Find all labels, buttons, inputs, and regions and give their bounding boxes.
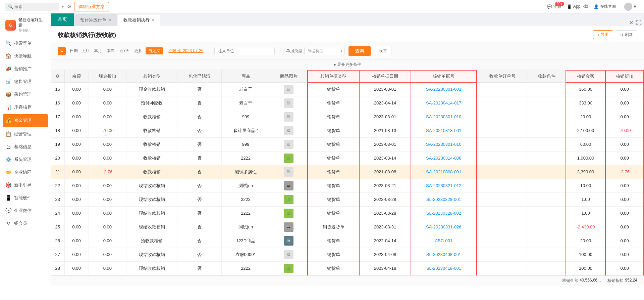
search-box[interactable]: 🔍 [5,3,59,11]
bill-no-link[interactable]: SA-20230331-026 [426,224,462,229]
search-input[interactable] [14,4,56,9]
bill-no-link[interactable]: SA-20230321-012 [426,183,462,188]
table-cell: 收款核销 [126,137,177,151]
table-cell[interactable]: SA-20230331-026 [411,220,477,234]
table-cell[interactable]: SL-20230418-001 [411,261,477,275]
bill-no-link[interactable]: SA-20230301-001 [426,87,462,92]
product-image-cell: 🟩 [270,261,308,275]
product-image-cell: 🖼 [270,248,308,261]
sidebar-item-operation[interactable]: 📋 经营管理 [0,128,51,140]
expand-more-btn[interactable]: ▾ 展开更多条件 [334,62,361,68]
table-row: 180.00-70.00收款核销否多计量商品2🖼销货单2021-08-13SA-… [51,124,644,137]
sidebar-item-funds[interactable]: 💰 资金管理 [3,114,48,127]
date-7days[interactable]: 近7天 [118,47,131,54]
sidebar-item-sales[interactable]: 🛒 销售管理 [0,75,51,88]
table-cell: 否 [177,137,222,151]
bill-no-link[interactable]: SA-20210808-001 [426,169,462,174]
table-cell[interactable]: SA-20210808-001 [411,165,477,179]
sidebar-item-guide[interactable]: 🏠 快捷导航 [0,50,51,62]
app-download-btn[interactable]: 📱 App下载 [567,4,588,9]
newbie-icon: 🎯 [5,182,11,188]
sidebar-item-system[interactable]: ⚙️ 系统管理 [0,153,51,166]
bill-no-link[interactable]: SL-20230418-001 [426,266,461,271]
settings-btn[interactable]: 设置 [375,46,391,56]
table-cell: 0.00 [64,124,89,137]
table-cell[interactable]: SA-20230314-008 [411,151,477,165]
table-cell[interactable]: SA-20230321-012 [411,179,477,192]
product-image-cell: 🟩 [270,151,308,165]
product-image-cell: 🏢 [270,234,308,248]
maximize-btn[interactable]: ⛶ [636,20,641,26]
bill-no-link[interactable]: SA-20230301-010 [426,142,462,147]
sidebar-item-newbie[interactable]: 🎯 新手引导 [0,179,51,191]
online-service-btn[interactable]: 👤 在线客服 [594,4,616,9]
table-footer: 核销金额 40,556,66... 核销折扣 952.24 [51,275,644,286]
bill-no-link[interactable]: SL-20230328-002 [426,211,461,216]
table-cell[interactable]: SL-20230328-002 [411,206,477,220]
sidebar-item-label: 系统管理 [14,157,32,163]
table-cell: 2222 [222,206,270,220]
sidebar-item-basic[interactable]: 🗂 基础信息 [0,140,51,153]
date-this-year[interactable]: 本年 [105,47,116,54]
refresh-btn[interactable]: ↺ 刷新 [616,30,637,39]
sidebar-item-hardware[interactable]: 📱 智能硬件 [0,191,51,204]
bill-no-link[interactable]: SL-20230328-001 [426,197,461,202]
date-more[interactable]: 更多 [133,47,144,54]
table-cell[interactable]: ABC-001 [411,234,477,248]
bill-no-link[interactable]: SL-20230408-001 [426,252,461,257]
date-this-month[interactable]: 本月 [93,47,103,54]
table-cell: 2222 [222,192,270,206]
table-cell: 0.00 [89,192,126,206]
message-btn[interactable]: 💬 消息 99+ [547,4,561,9]
service-icon: 👤 [594,4,599,9]
table-cell[interactable]: SA-20230414-017 [411,96,477,110]
table-cell [528,179,566,192]
sidebar-item-marketing[interactable]: 📣 营销推广 [0,62,51,75]
sidebar-item-inventory[interactable]: 📊 库存核算 [0,101,51,114]
sidebar-item-enterprise[interactable]: 🤝 企业协同 [0,166,51,179]
tab-prepay[interactable]: 预付冲应付单 ✕ [74,14,117,26]
table-cell[interactable]: SL-20230328-001 [411,192,477,206]
bill-no-link[interactable]: SA-20230414-017 [426,100,462,105]
table-cell: 0.00 [64,165,89,179]
sidebar-item-wechat[interactable]: 💬 企业微信 [0,204,51,217]
table-cell: 销货单 [308,248,359,261]
bill-no-link[interactable]: SA-20230314-008 [426,156,462,161]
table-cell[interactable]: SL-20230408-001 [411,248,477,261]
gear-icon[interactable]: ⚙ [67,3,71,10]
table-cell: 现结收款核销 [126,192,177,206]
bill-no-link[interactable]: ABC-001 [435,238,452,243]
bill-no-link[interactable]: SA-20210813-001 [426,128,462,133]
system-icon: ⚙️ [5,157,11,163]
sidebar-item-purchase[interactable]: 📦 采购管理 [0,88,51,101]
bill-type-select[interactable]: 单据类型 [304,47,344,55]
table-cell: 销货单 [308,110,359,124]
unit-input[interactable] [214,47,275,55]
user-menu[interactable]: Rit [624,3,639,11]
close-window-btn[interactable]: ✕ [629,19,633,26]
query-btn[interactable]: 查询 [348,46,371,56]
table-cell[interactable]: SA-20210813-001 [411,124,477,137]
table-cell[interactable]: SA-20230301-010 [411,137,477,151]
filter-expand-btn[interactable]: » [58,47,66,55]
table-cell: 0.00 [89,220,126,234]
export-btn[interactable]: ↑ 导出 [593,30,613,39]
bill-no-link[interactable]: SA-20230301-010 [426,114,462,119]
sidebar-item-member[interactable]: V 畅会员 [0,217,51,230]
trial-btn[interactable]: 体验行业方案 [74,2,109,11]
tab-prepay-close[interactable]: ✕ [108,18,111,23]
sidebar-logo: 6 畅捷通谊好生意 标准版 [0,13,51,37]
tab-writeoff[interactable]: 收款核销执行 ✕ [118,14,160,26]
table-cell[interactable]: SA-20230301-010 [411,110,477,124]
date-last-month[interactable]: 上月 [80,47,91,54]
table-cell: 0.00 [64,192,89,206]
sidebar-item-search[interactable]: 🔍 搜索菜单 [0,37,51,50]
tab-home[interactable]: 首页 [51,13,74,26]
table-cell: 否 [177,248,222,261]
dropdown-arrow[interactable]: ▾ [62,4,64,9]
th-settings[interactable]: ⚙ [51,70,64,82]
tab-writeoff-close[interactable]: ✕ [152,18,155,23]
purchase-icon: 📦 [5,91,11,97]
date-custom-btn[interactable]: 自定义 [146,47,163,54]
table-cell[interactable]: SA-20230301-001 [411,82,477,96]
